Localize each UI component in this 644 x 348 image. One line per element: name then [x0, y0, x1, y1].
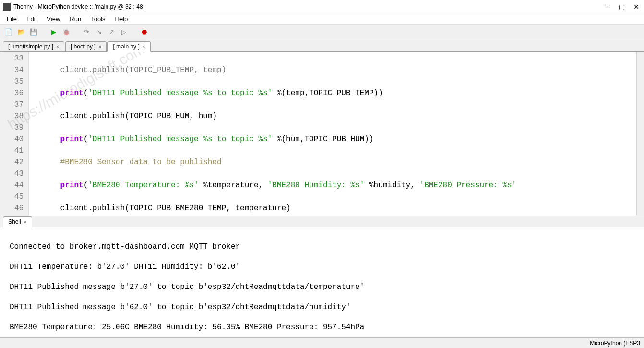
- editor-tabbar: [ umqttsimple.py ]× [ boot.py ]× [ main.…: [0, 39, 644, 52]
- shell-line: BME280 Temperature: 25.06C BME280 Humidi…: [10, 323, 634, 333]
- stop-icon[interactable]: ⬣: [139, 27, 149, 37]
- open-file-icon[interactable]: 📂: [16, 27, 26, 37]
- backend-indicator[interactable]: MicroPython (ESP3: [590, 340, 640, 347]
- menu-file[interactable]: File: [3, 14, 21, 24]
- window-title: Thonny - MicroPython device :: /main.py …: [13, 3, 605, 10]
- line-number: 40: [0, 133, 24, 145]
- tab-shell[interactable]: Shell×: [3, 216, 32, 227]
- code-line: print('DHT11 Published message %s to top…: [33, 133, 644, 145]
- tab-label: [ main.py ]: [113, 43, 139, 50]
- app-icon: [3, 3, 11, 11]
- menu-run[interactable]: Run: [66, 14, 85, 24]
- tab-main[interactable]: [ main.py ]×: [107, 41, 150, 52]
- toolbar: 📄 📂 💾 ▶ 🐞 ↷ ↘ ↗ ▷ ⬣: [0, 25, 644, 39]
- shell-tabbar: Shell×: [0, 216, 644, 227]
- code-line: client.publish(TOPIC_PUB_BME280_TEMP, te…: [33, 203, 644, 214]
- line-number: 44: [0, 180, 24, 191]
- status-bar: MicroPython (ESP3: [0, 337, 644, 348]
- line-number: 46: [0, 203, 24, 214]
- line-number: 42: [0, 156, 24, 168]
- title-bar: Thonny - MicroPython device :: /main.py …: [0, 0, 644, 13]
- menu-edit[interactable]: Edit: [23, 14, 41, 24]
- shell-line: DHT11 Published message b'62.0' to topic…: [10, 302, 634, 312]
- menu-view[interactable]: View: [43, 14, 64, 24]
- window-controls: ─ ▢ ✕: [605, 3, 641, 11]
- code-line: client.publish(TOPIC_PUB_HUM, hum): [33, 110, 644, 122]
- step-into-icon[interactable]: ↘: [94, 27, 104, 37]
- minimize-button[interactable]: ─: [605, 3, 610, 11]
- step-over-icon[interactable]: ↷: [82, 27, 91, 37]
- close-icon[interactable]: ×: [143, 44, 145, 49]
- debug-icon[interactable]: 🐞: [61, 27, 71, 37]
- tab-umqttsimple[interactable]: [ umqttsimple.py ]×: [3, 41, 64, 51]
- line-number: 39: [0, 122, 24, 133]
- new-file-icon[interactable]: 📄: [4, 27, 13, 37]
- code-line: #BME280 Sensor data to be published: [33, 156, 644, 168]
- close-icon[interactable]: ×: [56, 44, 59, 49]
- menu-bar: File Edit View Run Tools Help: [0, 13, 644, 25]
- line-number: 34: [0, 64, 24, 76]
- code-line: print('DHT11 Published message %s to top…: [33, 87, 644, 99]
- line-number: 36: [0, 87, 24, 99]
- code-area[interactable]: client.publish(TOPIC_PUB_TEMP, temp) pri…: [29, 52, 644, 216]
- menu-help[interactable]: Help: [111, 14, 132, 24]
- save-file-icon[interactable]: 💾: [29, 27, 38, 37]
- line-number: 41: [0, 145, 24, 156]
- shell-line: Connected to broker.mqtt-dashboard.com M…: [10, 242, 634, 252]
- tab-label: [ boot.py ]: [71, 43, 96, 50]
- resume-icon[interactable]: ▷: [119, 27, 129, 37]
- close-button[interactable]: ✕: [633, 3, 639, 11]
- step-out-icon[interactable]: ↗: [107, 27, 116, 37]
- shell-line: DHT11 Published message b'27.0' to topic…: [10, 282, 634, 292]
- line-number: 43: [0, 168, 24, 180]
- code-editor[interactable]: https://microdigisoft.com - 18:10 33 34 …: [0, 52, 644, 216]
- tab-label: Shell: [8, 218, 21, 225]
- line-number: 45: [0, 191, 24, 203]
- line-number: 37: [0, 99, 24, 110]
- shell-line: DHT11 Temperature: b'27.0' DHT11 Humidit…: [10, 262, 634, 272]
- line-number: 35: [0, 76, 24, 87]
- code-line: print('BME280 Temperature: %s' %temperat…: [33, 180, 644, 191]
- line-gutter: 33 34 35 36 37 38 39 40 41 42 43 44 45 4…: [0, 52, 29, 216]
- close-icon[interactable]: ×: [24, 219, 27, 225]
- maximize-button[interactable]: ▢: [619, 3, 625, 11]
- editor-scrollbar[interactable]: [636, 52, 644, 216]
- tab-label: [ umqttsimple.py ]: [8, 43, 53, 50]
- tab-boot[interactable]: [ boot.py ]×: [65, 41, 107, 51]
- shell-panel[interactable]: Connected to broker.mqtt-dashboard.com M…: [0, 227, 644, 337]
- code-line: client.publish(TOPIC_PUB_TEMP, temp): [33, 64, 644, 76]
- line-number: 33: [0, 53, 24, 64]
- run-icon[interactable]: ▶: [49, 27, 59, 37]
- line-number: 38: [0, 110, 24, 122]
- close-icon[interactable]: ×: [99, 44, 102, 49]
- menu-tools[interactable]: Tools: [87, 14, 109, 24]
